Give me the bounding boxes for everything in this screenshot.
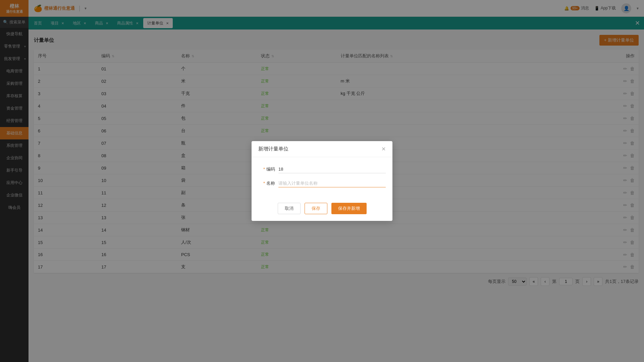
required-mark: * bbox=[263, 167, 265, 172]
modal-title: 新增计量单位 bbox=[258, 146, 288, 152]
modal-overlay[interactable]: 新增计量单位 ✕ *编码 *名称 取消 保存 保存并新增 bbox=[0, 0, 644, 362]
modal-footer: 取消 保存 保存并新增 bbox=[252, 199, 392, 221]
name-input[interactable] bbox=[278, 179, 386, 187]
required-mark: * bbox=[263, 181, 265, 186]
modal-body: *编码 *名称 bbox=[252, 157, 392, 199]
form-row-code: *编码 bbox=[258, 165, 386, 173]
modal-add-unit: 新增计量单位 ✕ *编码 *名称 取消 保存 保存并新增 bbox=[252, 141, 392, 221]
modal-close-button[interactable]: ✕ bbox=[381, 146, 386, 152]
modal-header: 新增计量单位 ✕ bbox=[252, 141, 392, 157]
save-button[interactable]: 保存 bbox=[305, 203, 327, 214]
save-new-button[interactable]: 保存并新增 bbox=[331, 203, 367, 214]
form-label-name: *名称 bbox=[258, 180, 278, 186]
code-input[interactable] bbox=[278, 165, 386, 173]
form-label-code: *编码 bbox=[258, 166, 278, 172]
form-row-name: *名称 bbox=[258, 179, 386, 187]
cancel-button[interactable]: 取消 bbox=[278, 203, 301, 214]
